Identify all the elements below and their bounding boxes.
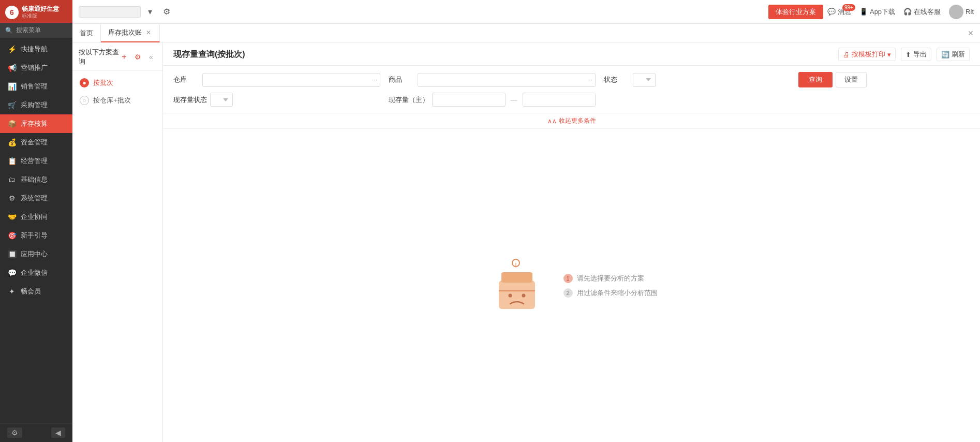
sidebar-item-wechat[interactable]: 💬 企业微信: [0, 263, 72, 282]
enterprise-icon: 🤝: [7, 212, 17, 222]
svg-point-4: [522, 293, 525, 297]
sidebar-item-label: 采购管理: [21, 100, 48, 110]
page-header: 现存量查询(按批次) 🖨 按模板打印 ▾ ⬆ 导出 🔄 刷新: [163, 42, 980, 66]
search-menu-item[interactable]: 🔍 搜索菜单: [0, 23, 72, 38]
sidebar-item-shortcut[interactable]: ⚡ 快捷导航: [0, 40, 72, 58]
tab-close-icon[interactable]: ✕: [145, 29, 152, 36]
warehouse-label: 仓库: [173, 75, 199, 84]
status-field: 状态 全部: [604, 73, 790, 87]
filter-panel: 按以下方案查询 + ⚙ « ● 按批次 ○ 按仓库+批次: [72, 42, 163, 442]
topbar-right: 💬 消息 99+ 📱 App下载 🎧 在线客服 Rit: [827, 5, 974, 19]
sidebar-item-label: 资金管理: [21, 138, 48, 147]
app-version: 标准版: [22, 12, 59, 20]
headset-icon: 🎧: [903, 8, 912, 16]
tabs-bar: 首页 库存批次账 ✕ ✕: [72, 24, 980, 42]
status-select[interactable]: 全部: [633, 73, 656, 87]
export-button[interactable]: ⬆ 导出: [901, 48, 931, 61]
sidebar-item-operations[interactable]: 📋 经营管理: [0, 152, 72, 170]
query-button[interactable]: 查询: [798, 72, 833, 87]
form-buttons: 查询 设置: [798, 72, 867, 87]
main-area: ▾ ⚙ 体验行业方案 💬 消息 99+ 📱 App下载 🎧 在线客服 Rit: [72, 0, 980, 442]
main-content: 现存量查询(按批次) 🖨 按模板打印 ▾ ⬆ 导出 🔄 刷新: [163, 42, 980, 442]
product-label: 商品: [389, 75, 414, 84]
sidebar-item-purchase[interactable]: 🛒 采购管理: [0, 96, 72, 114]
sidebar-item-basic[interactable]: 🗂 基础信息: [0, 170, 72, 189]
page-header-actions: 🖨 按模板打印 ▾ ⬆ 导出 🔄 刷新: [838, 48, 970, 61]
inventory-status-label: 现存量状态: [173, 95, 207, 105]
tip-text-1: 请先选择要分析的方案: [577, 274, 644, 283]
scheme-item-by-warehouse-batch[interactable]: ○ 按仓库+批次: [72, 92, 162, 109]
product-more-icon[interactable]: ···: [587, 76, 592, 83]
dropdown-arrow-icon[interactable]: ▾: [143, 5, 157, 19]
inventory-qty-max-input[interactable]: [523, 93, 596, 107]
sidebar-item-system[interactable]: ⚙ 系统管理: [0, 189, 72, 208]
add-scheme-button[interactable]: +: [119, 52, 129, 62]
message-item[interactable]: 💬 消息 99+: [827, 7, 851, 17]
printer-icon: 🖨: [843, 51, 850, 58]
sidebar-item-guide[interactable]: 🎯 新手引导: [0, 226, 72, 245]
user-item[interactable]: Rit: [949, 5, 974, 19]
inventory-status-select[interactable]: 全部: [210, 93, 233, 107]
shortcut-icon: ⚡: [7, 45, 17, 54]
collapse-chevron-icon: ∧∧: [547, 117, 557, 125]
collapse-panel-icon[interactable]: «: [146, 52, 156, 62]
filter-row-2: 现存量状态 全部 现存量（主） —: [173, 93, 970, 107]
finance-icon: 💰: [7, 138, 17, 147]
purchase-icon: 🛒: [7, 100, 17, 110]
sidebar-item-sales[interactable]: 📊 销售管理: [0, 77, 72, 96]
refresh-button[interactable]: 🔄 刷新: [937, 48, 970, 61]
filter-row-1: 仓库 ··· 商品 ···: [173, 72, 970, 87]
app-download-item[interactable]: 📱 App下载: [859, 7, 895, 17]
scheme-label: 按仓库+批次: [93, 96, 131, 105]
product-input[interactable]: [418, 73, 596, 87]
export-label: 导出: [913, 50, 927, 59]
print-dropdown-icon[interactable]: ▾: [887, 51, 891, 58]
sidebar-item-inventory[interactable]: 📦 库存核算: [0, 114, 72, 133]
settings-button[interactable]: 设置: [836, 72, 867, 87]
tab-inventory-batch[interactable]: 库存批次账 ✕: [101, 24, 160, 42]
status-label: 状态: [604, 75, 630, 84]
sidebar-header: 6 畅康通好生意 标准版: [0, 0, 72, 23]
sidebar-item-label: 营销推广: [21, 63, 48, 72]
scheme-icon-active: ●: [80, 78, 89, 87]
scheme-item-by-batch[interactable]: ● 按批次: [72, 74, 162, 92]
sidebar-item-enterprise[interactable]: 🤝 企业协同: [0, 208, 72, 226]
sidebar-item-apps[interactable]: 🔲 应用中心: [0, 245, 72, 263]
warehouse-field: 仓库 ···: [173, 73, 380, 87]
settings-button[interactable]: ⚙: [7, 428, 22, 438]
search-icon: 🔍: [5, 27, 13, 34]
member-icon: ✦: [7, 287, 17, 296]
app-name: 畅康通好生意: [22, 5, 59, 12]
sidebar-item-label: 畅会员: [21, 287, 41, 296]
scheme-settings-icon[interactable]: ⚙: [132, 52, 143, 62]
tab-home[interactable]: 首页: [72, 24, 101, 42]
trial-button[interactable]: 体验行业方案: [768, 5, 823, 19]
topbar: ▾ ⚙ 体验行业方案 💬 消息 99+ 📱 App下载 🎧 在线客服 Rit: [72, 0, 980, 24]
inventory-qty-min-input[interactable]: [432, 93, 506, 107]
sidebar-footer: ⚙ ◀: [0, 423, 72, 442]
tabs-close-button[interactable]: ✕: [961, 29, 980, 37]
settings-icon[interactable]: ⚙: [159, 5, 174, 19]
empty-tip-1: 1 请先选择要分析的方案: [563, 274, 658, 283]
sidebar-item-member[interactable]: ✦ 畅会员: [0, 282, 72, 301]
print-button[interactable]: 🖨 按模板打印 ▾: [838, 48, 896, 61]
sidebar-item-finance[interactable]: 💰 资金管理: [0, 133, 72, 152]
sidebar-item-label: 应用中心: [21, 249, 48, 259]
svg-point-3: [508, 293, 512, 297]
sidebar-item-label: 销售管理: [21, 82, 48, 91]
inventory-qty-range: —: [432, 93, 596, 107]
user-name: Rit: [966, 8, 974, 16]
collapse-sidebar-button[interactable]: ◀: [51, 428, 65, 438]
tab-home-label: 首页: [80, 28, 93, 38]
collapse-bar[interactable]: ∧∧ 收起更多条件: [163, 113, 980, 129]
sidebar-item-marketing[interactable]: 📢 营销推广: [0, 58, 72, 77]
phone-icon: 📱: [859, 8, 868, 16]
marketing-icon: 📢: [7, 63, 17, 72]
warehouse-more-icon[interactable]: ···: [372, 76, 377, 83]
online-service-item[interactable]: 🎧 在线客服: [903, 7, 941, 17]
scheme-list: ● 按批次 ○ 按仓库+批次: [72, 71, 162, 112]
apps-icon: 🔲: [7, 249, 17, 259]
breadcrumb-input[interactable]: [79, 6, 141, 18]
print-label: 按模板打印: [852, 50, 885, 59]
warehouse-input[interactable]: [202, 73, 380, 87]
